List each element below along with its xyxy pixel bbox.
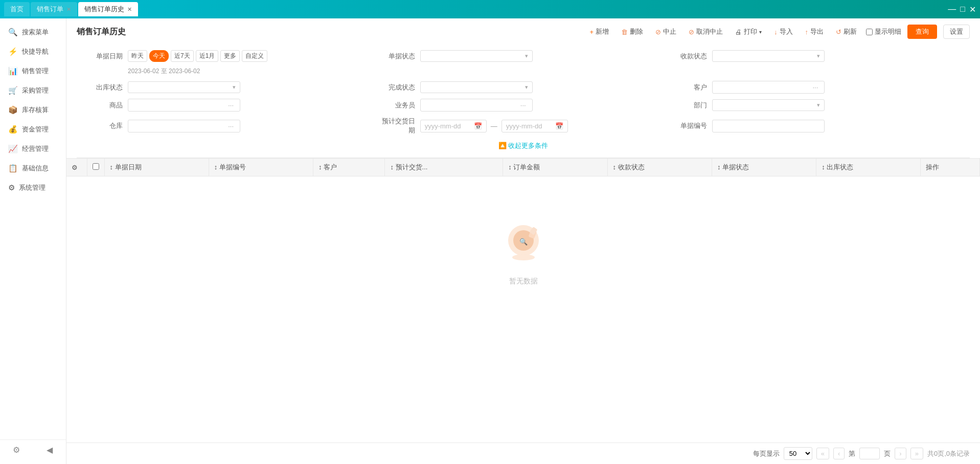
- filter-department-cell: 部门 ▾: [671, 99, 960, 112]
- delete-label: 删除: [630, 27, 643, 36]
- gear-icon[interactable]: ⚙: [72, 164, 78, 171]
- prev-page-button[interactable]: ‹: [833, 448, 845, 459]
- new-icon: +: [589, 28, 594, 36]
- base-info-icon: 📋: [8, 164, 18, 173]
- filter-row-1: 单据日期 昨天 今天 近7天 近1月 更多 自定义: [87, 50, 960, 62]
- filter-department-select[interactable]: ▾: [712, 99, 825, 111]
- filter-payment-status-cell: 收款状态 ▾: [671, 50, 960, 62]
- sidebar-item-system[interactable]: ⚙ 系统管理: [0, 178, 66, 197]
- filter-warehouse-input[interactable]: ···: [128, 120, 240, 132]
- filter-complete-status-cell: 完成状态 ▾: [379, 81, 668, 94]
- new-button[interactable]: + 新增: [586, 25, 612, 38]
- next-page-button[interactable]: ›: [895, 448, 906, 459]
- import-button[interactable]: ↓ 导入: [771, 25, 796, 38]
- filter-salesperson-input[interactable]: ···: [420, 99, 533, 112]
- delete-button[interactable]: 🗑 删除: [618, 25, 646, 38]
- refresh-button[interactable]: ↺ 刷新: [833, 25, 860, 38]
- maximize-button[interactable]: □: [960, 5, 965, 14]
- filter-bill-no-input[interactable]: [712, 120, 825, 132]
- date-btn-yesterday[interactable]: 昨天: [128, 50, 147, 62]
- quicknav-icon: ⚡: [8, 47, 18, 56]
- print-button[interactable]: 🖨 打印 ▾: [732, 25, 765, 38]
- close-button[interactable]: ✕: [969, 5, 976, 14]
- date-btn-7days[interactable]: 近7天: [171, 50, 194, 62]
- filter-customer-input[interactable]: ···: [712, 81, 825, 94]
- last-page-button[interactable]: »: [910, 448, 923, 459]
- print-arrow-icon: ▾: [759, 29, 762, 35]
- page-number-input[interactable]: 1: [859, 448, 880, 459]
- sidebar-settings-btn[interactable]: ⚙: [0, 440, 33, 460]
- sidebar-item-quicknav[interactable]: ⚡ 快捷导航: [0, 42, 66, 61]
- query-button[interactable]: 查询: [907, 25, 937, 39]
- sidebar-item-finance[interactable]: 💰 资金管理: [0, 120, 66, 139]
- tab-sales-order-history-close[interactable]: ✕: [127, 6, 132, 13]
- date-btn-1month[interactable]: 近1月: [196, 50, 219, 62]
- sidebar-item-search[interactable]: 🔍 搜索菜单: [0, 23, 66, 42]
- tab-sales-order-history[interactable]: 销售订单历史 ✕: [78, 2, 138, 16]
- filter-goods-label: 商品: [87, 101, 128, 110]
- sidebar-item-operations[interactable]: 📈 经营管理: [0, 139, 66, 159]
- settings-button[interactable]: 设置: [943, 25, 970, 39]
- th-actions: 操作: [921, 159, 980, 176]
- sidebar-item-sales[interactable]: 📊 销售管理: [0, 61, 66, 81]
- th-amount: ↕ 订单金额: [503, 159, 607, 176]
- tab-sales-order-close[interactable]: ✕: [66, 6, 71, 13]
- salesperson-dots-icon[interactable]: ···: [518, 101, 528, 109]
- show-detail-checkbox[interactable]: [866, 29, 873, 35]
- top-bar: 首页 销售订单 ✕ 销售订单历史 ✕ — □ ✕: [0, 0, 980, 18]
- goods-dots-icon[interactable]: ···: [226, 101, 236, 109]
- filter-row-3: 商品 ··· 业务员 ··· 部门: [87, 99, 960, 112]
- date-btn-today[interactable]: 今天: [149, 50, 169, 62]
- th-bill-status: ↕ 单据状态: [712, 159, 816, 176]
- filter-out-status-select[interactable]: ▾: [128, 81, 240, 93]
- customer-dots-icon[interactable]: ···: [810, 83, 820, 91]
- th-payment-label: ↕ 收款状态: [613, 163, 645, 171]
- cancel-stop-icon: ⊘: [689, 28, 694, 36]
- per-page-select[interactable]: 20 50 100: [784, 447, 812, 460]
- print-icon: 🖨: [735, 28, 742, 36]
- first-page-button[interactable]: «: [816, 448, 829, 459]
- cancel-stop-button[interactable]: ⊘ 取消中止: [686, 25, 726, 38]
- tab-sales-order-history-label: 销售订单历史: [84, 5, 124, 14]
- date-quick-buttons: 昨天 今天 近7天 近1月 更多 自定义: [128, 50, 267, 62]
- page-title-row: 销售订单历史 + 新增 🗑 删除 ⊘ 中止 ⊘: [77, 25, 970, 39]
- export-button[interactable]: ↑ 导出: [802, 25, 827, 38]
- th-bill-status-label: ↕ 单据状态: [717, 163, 749, 171]
- collapse-filter-row[interactable]: 🔼 收起更多条件: [87, 139, 960, 152]
- export-icon: ↑: [805, 28, 809, 36]
- sidebar-item-purchase[interactable]: 🛒 采购管理: [0, 81, 66, 100]
- tab-bar: 首页 销售订单 ✕ 销售订单历史 ✕: [4, 2, 948, 16]
- filter-payment-status-select[interactable]: ▾: [712, 50, 825, 62]
- filter-complete-status-label: 完成状态: [379, 83, 420, 92]
- content-area: 销售订单历史 + 新增 🗑 删除 ⊘ 中止 ⊘: [66, 18, 980, 464]
- import-icon: ↓: [774, 28, 778, 36]
- filter-bill-status-select[interactable]: ▾: [420, 50, 533, 62]
- th-customer-label: ↕ 客户: [318, 163, 337, 171]
- date-btn-more[interactable]: 更多: [220, 50, 240, 62]
- filter-date-range-cell: 2023-06-02 至 2023-06-02: [87, 67, 375, 76]
- sidebar-item-search-label: 搜索菜单: [22, 28, 49, 37]
- main-layout: 🔍 搜索菜单 ⚡ 快捷导航 📊 销售管理 🛒 采购管理 📦 库存核算 💰 资金管…: [0, 18, 980, 464]
- stop-button[interactable]: ⊘ 中止: [652, 25, 679, 38]
- warehouse-dots-icon[interactable]: ···: [226, 122, 236, 130]
- export-label: 导出: [810, 27, 824, 36]
- delivery-date-end-text: yyyy-mm-dd: [506, 122, 542, 130]
- th-out-status-label: ↕ 出库状态: [822, 163, 853, 171]
- minimize-button[interactable]: —: [948, 5, 956, 14]
- sidebar-item-base-info[interactable]: 📋 基础信息: [0, 159, 66, 178]
- sidebar-item-inventory[interactable]: 📦 库存核算: [0, 100, 66, 120]
- sidebar-collapse-btn[interactable]: ◀: [33, 440, 66, 460]
- tab-sales-order[interactable]: 销售订单 ✕: [31, 2, 77, 16]
- filter-goods-input[interactable]: ···: [128, 99, 240, 112]
- purchase-icon: 🛒: [8, 86, 18, 95]
- filter-delivery-date-label: 预计交货日期: [379, 117, 420, 135]
- delivery-date-end-input[interactable]: yyyy-mm-dd 📅: [502, 120, 568, 132]
- select-all-checkbox[interactable]: [93, 163, 99, 170]
- filter-warehouse-label: 仓库: [87, 121, 128, 130]
- page-unit: 页: [884, 449, 891, 458]
- date-btn-custom[interactable]: 自定义: [242, 50, 267, 62]
- sidebar-item-base-info-label: 基础信息: [22, 164, 49, 173]
- tab-home[interactable]: 首页: [4, 2, 30, 16]
- filter-complete-status-select[interactable]: ▾: [420, 81, 533, 93]
- delivery-date-start-input[interactable]: yyyy-mm-dd 📅: [420, 120, 487, 132]
